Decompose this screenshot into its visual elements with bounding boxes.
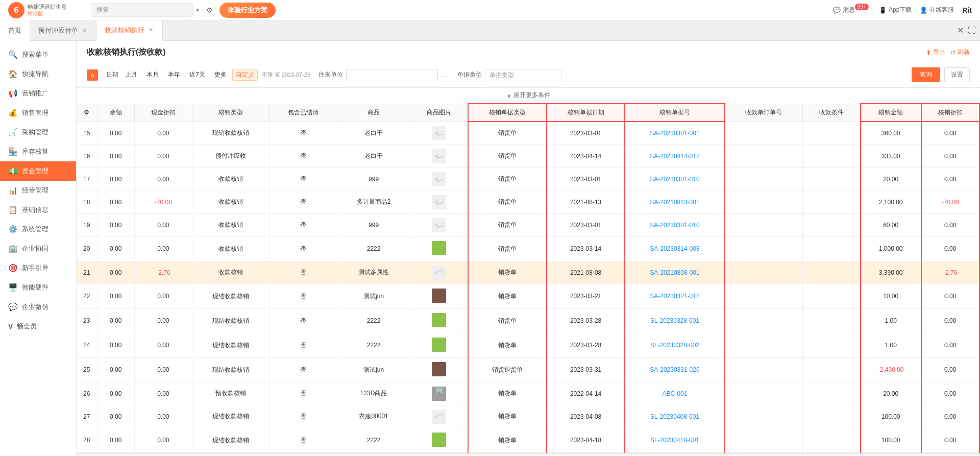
tab-close-all-icon[interactable]: ✕ bbox=[957, 26, 964, 35]
search-dropdown-arrow[interactable]: ▾ bbox=[196, 7, 199, 14]
td-write-off-type: 现结收款核销 bbox=[192, 405, 270, 428]
td-write-off-no: SA-20210808-001 bbox=[625, 261, 724, 284]
td-write-off-amount: 1.00 bbox=[861, 333, 921, 357]
sidebar-item-basic-info[interactable]: 📋 基础信息 bbox=[0, 200, 76, 220]
trial-button[interactable]: 体验行业方案 bbox=[219, 3, 276, 18]
table-row[interactable]: 28 0.00 0.00 现结收款核销 否 2222 销货单 2023-04-1… bbox=[77, 428, 979, 452]
table-container[interactable]: ⚙ 余额 现金折扣 核销类型 包含已结清 商品 商品图片 核销单据类型 核销单据… bbox=[77, 103, 980, 456]
table-row[interactable]: 24 0.00 0.00 现结收款核销 否 2222 销货单 2023-03-2… bbox=[77, 333, 979, 357]
table-row[interactable]: 16 0.00 0.00 预付冲应收 否 老白干 🏷 销货单 2023-04-1… bbox=[77, 145, 979, 167]
tab-expand-icon[interactable]: ⛶ bbox=[968, 26, 976, 35]
tab-bar-right: ✕ ⛶ bbox=[957, 26, 980, 35]
filter-expand-button[interactable]: » bbox=[87, 69, 98, 81]
table-row[interactable]: 19 0.00 0.00 收款核销 否 999 🏷 销货单 2023-03-01… bbox=[77, 213, 979, 236]
td-receipt-condition bbox=[802, 122, 861, 145]
td-cash-discount: 0.00 bbox=[135, 333, 192, 357]
voucher-type-select[interactable]: 单据类型 bbox=[485, 69, 561, 81]
message-item[interactable]: 💬 消息 99+ bbox=[833, 6, 871, 14]
date-btn-this-year[interactable]: 本年 bbox=[164, 69, 184, 81]
message-icon: 💬 bbox=[833, 7, 841, 14]
sidebar-label-basic-info: 基础信息 bbox=[22, 205, 48, 214]
table-row[interactable]: 23 0.00 0.00 现结收款核销 否 2222 销货单 2023-03-2… bbox=[77, 308, 979, 333]
sidebar-item-wechat[interactable]: 💬 企业微信 bbox=[0, 297, 76, 317]
top-bar: 6 畅捷通谱好生意 标准版 搜索 ▾ ⚙ 体验行业方案 💬 消息 99+ 📱 A… bbox=[0, 0, 980, 20]
td-write-off-amount: 20.00 bbox=[861, 167, 921, 190]
sidebar-item-enterprise[interactable]: 🏢 企业协同 bbox=[0, 239, 76, 258]
tab-prepay[interactable]: 预付冲应付单 ✕ bbox=[30, 20, 96, 41]
td-receipt-order-no bbox=[724, 405, 802, 428]
write-off-no-link[interactable]: SL-20230328-001 bbox=[650, 317, 699, 324]
write-off-no-link[interactable]: SA-20230301-010 bbox=[650, 222, 699, 229]
table-row[interactable]: 17 0.00 0.00 收款核销 否 999 🏷 销货单 2023-03-01… bbox=[77, 167, 979, 190]
gear-icon[interactable]: ⚙ bbox=[202, 3, 216, 17]
refresh-button[interactable]: ↺ 刷新 bbox=[950, 48, 970, 57]
write-off-no-link[interactable]: SA-20230314-008 bbox=[650, 245, 699, 252]
sidebar-label-vip: 畅会员 bbox=[17, 322, 37, 331]
sidebar-item-smart-hw[interactable]: 🖥️ 智能硬件 bbox=[0, 278, 76, 297]
sidebar-item-newbie[interactable]: 🎯 新手引导 bbox=[0, 258, 76, 278]
sidebar-item-finance[interactable]: 💵 资金管理 bbox=[0, 161, 76, 181]
table-row[interactable]: 18 0.00 -70.00 收款核销 否 多计量商品2 🏷 销货单 2021-… bbox=[77, 190, 979, 213]
expand-more-button[interactable]: ∨ 展开更多条件 bbox=[507, 91, 550, 100]
td-write-off-voucher-type: 销货单 bbox=[468, 405, 547, 428]
td-receipt-order-no bbox=[724, 190, 802, 213]
table-row[interactable]: 15 0.00 0.00 现销收款核销 否 老白干 🏷 销货单 2023-03-… bbox=[77, 122, 979, 145]
sidebar-item-inventory[interactable]: 🏪 库存核算 bbox=[0, 142, 76, 161]
tab-prepay-close[interactable]: ✕ bbox=[81, 27, 88, 34]
td-product: 测试jun bbox=[337, 284, 410, 308]
table-row[interactable]: 20 0.00 0.00 收款核销 否 2222 销货单 2023-03-14 … bbox=[77, 236, 979, 261]
write-off-no-link[interactable]: SL-20230328-002 bbox=[650, 342, 699, 349]
tab-collection[interactable]: 收款核销执行 ✕ bbox=[96, 20, 163, 41]
date-btn-this-month[interactable]: 本月 bbox=[143, 69, 162, 81]
sidebar-item-system[interactable]: ⚙️ 系统管理 bbox=[0, 220, 76, 239]
table-row[interactable]: 25 0.00 0.00 现结收款核销 否 测试jun 销货退货单 2023-0… bbox=[77, 357, 979, 382]
sidebar-item-quick-nav[interactable]: 🏠 快捷导航 bbox=[0, 64, 76, 84]
th-settings[interactable]: ⚙ bbox=[77, 104, 97, 122]
export-button[interactable]: ⬆ 导出 bbox=[926, 48, 945, 57]
td-product: 2222 bbox=[337, 236, 410, 261]
tab-home[interactable]: 首页 bbox=[0, 20, 30, 41]
td-write-off-amount: 1,000.00 bbox=[861, 236, 921, 261]
table-row[interactable]: 22 0.00 0.00 现结收款核销 否 测试jun 销货单 2023-03-… bbox=[77, 284, 979, 308]
td-cash-discount: 0.00 bbox=[135, 382, 192, 405]
table-row[interactable]: 21 0.00 -2.76 收款核销 否 测试多属性 🏷 销货单 2021-08… bbox=[77, 261, 979, 284]
sidebar-item-operation[interactable]: 📊 经营管理 bbox=[0, 181, 76, 200]
td-product: 衣服00001 bbox=[337, 405, 410, 428]
th-cash-discount: 现金折扣 bbox=[135, 104, 192, 122]
date-btn-last-month[interactable]: 上月 bbox=[121, 69, 141, 81]
sidebar-item-marketing[interactable]: 📢 营销推广 bbox=[0, 84, 76, 103]
sidebar-item-sales[interactable]: 💰 销售管理 bbox=[0, 103, 76, 123]
date-btn-more[interactable]: 更多 bbox=[211, 69, 230, 81]
date-btn-7days[interactable]: 近7天 bbox=[186, 69, 209, 81]
tab-collection-close[interactable]: ✕ bbox=[148, 27, 154, 33]
td-write-off-amount: 2,100.00 bbox=[861, 190, 921, 213]
table-row[interactable]: 27 0.00 0.00 现结收款核销 否 衣服00001 🏷 销货单 2023… bbox=[77, 405, 979, 428]
write-off-no-link[interactable]: SA-20230331-026 bbox=[650, 366, 699, 373]
sidebar-item-vip[interactable]: V 畅会员 bbox=[0, 317, 76, 336]
write-off-no-link[interactable]: SL-20230418-001 bbox=[650, 437, 699, 444]
table-body: 15 0.00 0.00 现销收款核销 否 老白干 🏷 销货单 2023-03-… bbox=[77, 122, 979, 452]
write-off-no-link[interactable]: SL-20230408-001 bbox=[650, 413, 699, 420]
write-off-no-link[interactable]: ABC-001 bbox=[663, 390, 688, 397]
settings-button[interactable]: 设置 bbox=[944, 67, 970, 82]
from-unit-dots[interactable]: ... bbox=[441, 71, 449, 79]
top-search-input[interactable]: 搜索 bbox=[91, 3, 193, 17]
write-off-no-link[interactable]: SA-20230301-001 bbox=[650, 130, 699, 137]
write-off-no-link[interactable]: SA-20230414-017 bbox=[650, 153, 699, 160]
table-row[interactable]: 26 0.00 0.00 预收款核销 否 123D商品 🏢 销货单 2022-0… bbox=[77, 382, 979, 405]
query-button[interactable]: 查询 bbox=[912, 67, 940, 82]
date-btn-custom[interactable]: 自定义 bbox=[232, 69, 258, 81]
td-write-off-amount: 60.00 bbox=[861, 213, 921, 236]
content-area: 收款核销执行(按收款) ⬆ 导出 ↺ 刷新 » 日期 上月 bbox=[77, 41, 980, 456]
write-off-no-link[interactable]: SA-20210808-001 bbox=[650, 269, 699, 276]
from-unit-input[interactable] bbox=[346, 69, 438, 81]
sidebar-item-purchase[interactable]: 🛒 采购管理 bbox=[0, 123, 76, 142]
write-off-no-link[interactable]: SA-20230321-012 bbox=[650, 293, 699, 300]
sidebar-item-search-menu[interactable]: 🔍 搜索菜单 bbox=[0, 45, 76, 64]
td-product-img: 🏷 bbox=[410, 405, 469, 428]
app-download-item[interactable]: 📱 App下载 bbox=[879, 6, 912, 14]
write-off-no-link[interactable]: SA-20230301-010 bbox=[650, 176, 699, 183]
write-off-no-link[interactable]: SA-20210813-001 bbox=[650, 199, 699, 206]
online-service-item[interactable]: 👤 在线客服 bbox=[920, 6, 954, 14]
td-balance: 0.00 bbox=[97, 405, 135, 428]
